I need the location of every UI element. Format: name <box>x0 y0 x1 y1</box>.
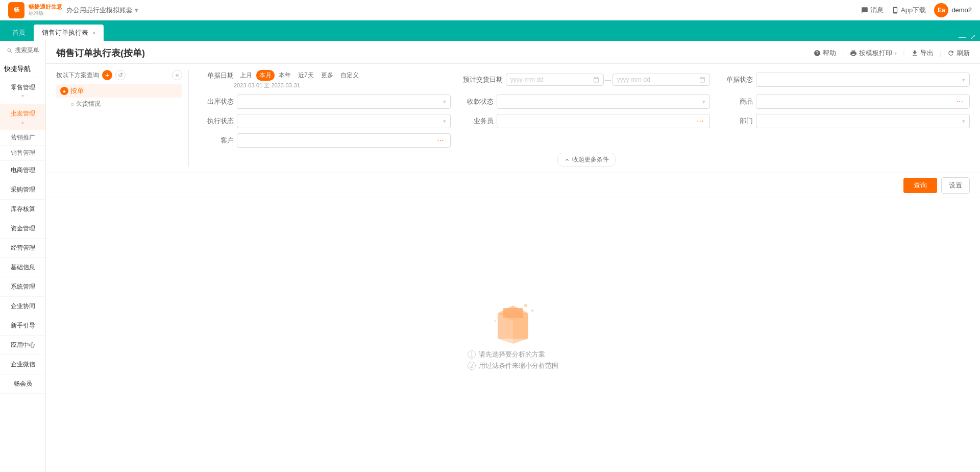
filter-area: 按以下方案查询 + ↺ « ● 按单 ○ 欠货情况 <box>46 64 980 173</box>
calendar-icon <box>593 77 599 83</box>
top-bar-left: 畅 畅捷通好生意 标准版 办公用品行业模拟账套 ▾ <box>8 2 138 18</box>
tab-home[interactable]: 首页 <box>4 25 34 41</box>
sidebar-quick-nav[interactable]: 快捷导航 <box>0 60 45 78</box>
salesman-dots-button[interactable]: ··· <box>695 116 705 126</box>
chevron-up-icon: ▴ <box>21 119 24 125</box>
app-download-button[interactable]: App下载 <box>892 6 926 15</box>
sidebar-item-member[interactable]: 畅会员 <box>0 374 45 394</box>
scheme-icon: ● <box>60 87 68 95</box>
scheme-sub-shortage[interactable]: ○ 欠货情况 <box>56 98 182 110</box>
export-icon <box>911 50 918 57</box>
filter-collapse-area: 收起更多条件 <box>203 153 970 167</box>
breadcrumb-arrow[interactable]: ▾ <box>135 6 138 14</box>
print-button[interactable]: 按模板打印 ▾ <box>850 49 897 58</box>
sidebar-item-wechat[interactable]: 企业微信 <box>0 355 45 374</box>
goods-dots-button[interactable]: ··· <box>954 97 965 106</box>
customer-input[interactable]: ··· <box>237 133 451 148</box>
sidebar-item-wholesale[interactable]: 批发管理 ▴ <box>0 104 45 130</box>
user-area[interactable]: Ea demo2 <box>934 3 972 17</box>
filter-right: 单据日期 上月 本月 本年 近7天 更多 自定义 <box>203 70 970 167</box>
tab-controls: — ⤢ <box>959 33 976 41</box>
customer-dots-button[interactable]: ··· <box>435 136 446 145</box>
sidebar-item-guide[interactable]: 新手引导 <box>0 316 45 336</box>
sidebar-item-basic-info[interactable]: 基础信息 <box>0 258 45 277</box>
order-status-select[interactable]: ▾ <box>756 73 970 87</box>
date-tab-more[interactable]: 更多 <box>318 70 336 81</box>
order-status-chevron-icon: ▾ <box>962 77 965 83</box>
sidebar-item-purchase[interactable]: 采购管理 <box>0 180 45 200</box>
date-tab-last-month[interactable]: 上月 <box>237 70 255 81</box>
page-header: 销售订单执行表(按单) 帮助 | 按模板打印 ▾ | 导出 | <box>46 41 980 64</box>
circle-icon: ○ <box>70 101 74 108</box>
date-tab-custom[interactable]: 自定义 <box>337 70 362 81</box>
export-button[interactable]: 导出 <box>911 49 934 58</box>
filter-order-status: 单据状态 ▾ <box>722 70 970 89</box>
app-name: 畅捷通好生意 <box>29 4 62 10</box>
predict-date-start-input[interactable]: yyyy-mm-dd <box>506 74 604 86</box>
date-tab-this-year[interactable]: 本年 <box>276 70 294 81</box>
collect-status-chevron-icon: ▾ <box>702 99 705 105</box>
help-button[interactable]: 帮助 <box>814 49 836 58</box>
breadcrumb-text: 办公用品行业模拟账套 <box>66 6 133 15</box>
salesman-input[interactable]: ··· <box>497 114 710 128</box>
empty-state: 1 请先选择要分析的方案 2 用过滤条件来缩小分析范围 <box>46 198 980 472</box>
logo: 畅 <box>8 2 24 18</box>
filter-goods: 商品 ··· <box>722 95 970 109</box>
scheme-panel: 按以下方案查询 + ↺ « ● 按单 ○ 欠货情况 <box>56 70 189 167</box>
filter-date: 单据日期 上月 本月 本年 近7天 更多 自定义 <box>203 70 451 89</box>
date-tab-this-month[interactable]: 本月 <box>256 70 275 81</box>
tab-sales-order[interactable]: 销售订单执行表 × <box>34 25 104 41</box>
date-tab-7days[interactable]: 近7天 <box>295 70 317 81</box>
sidebar-item-operations[interactable]: 经营管理 <box>0 239 45 258</box>
breadcrumb: 办公用品行业模拟账套 ▾ <box>66 6 138 15</box>
sidebar-item-ecommerce[interactable]: 电商管理 <box>0 161 45 180</box>
filter-customer: 客户 ··· <box>203 133 451 148</box>
collect-status-label: 收款状态 <box>463 97 494 106</box>
sidebar-item-finance[interactable]: 资金管理 <box>0 219 45 239</box>
message-icon <box>861 7 868 14</box>
sidebar-item-enterprise[interactable]: 企业协同 <box>0 297 45 316</box>
search-icon <box>7 48 13 54</box>
scheme-item-order[interactable]: ● 按单 <box>56 84 182 98</box>
empty-illustration <box>487 298 538 344</box>
empty-text: 1 请先选择要分析的方案 2 用过滤条件来缩小分析范围 <box>468 350 558 372</box>
predict-date-label: 预计交货日期 <box>463 75 503 84</box>
tab-bar: 首页 销售订单执行表 × — ⤢ <box>0 20 980 41</box>
sidebar-item-apps[interactable]: 应用中心 <box>0 336 45 355</box>
empty-hint-2: 2 用过滤条件来缩小分析范围 <box>468 361 558 370</box>
sidebar-item-system[interactable]: 系统管理 <box>0 277 45 297</box>
collect-status-select[interactable]: ▾ <box>497 95 710 109</box>
date-range-text: 2023-03-01 至 2023-03-31 <box>234 82 300 89</box>
add-scheme-button[interactable]: + <box>102 70 112 80</box>
dept-select[interactable]: ▾ <box>756 114 970 128</box>
settings-button[interactable]: 设置 <box>941 177 970 194</box>
filter-exec-status: 执行状态 ▾ <box>203 114 451 128</box>
filter-ship-status: 出库状态 ▾ <box>203 95 451 109</box>
collapse-scheme-button[interactable]: « <box>172 70 182 80</box>
calendar-end-icon <box>699 77 705 83</box>
sidebar-item-retail[interactable]: 零售管理 ▾ <box>0 78 45 104</box>
tab-close-button[interactable]: × <box>92 30 95 36</box>
tab-minimize-button[interactable]: — <box>959 33 966 41</box>
username-label: demo2 <box>951 6 972 14</box>
predict-date-end-input[interactable]: yyyy-mm-dd <box>612 74 710 86</box>
sidebar: 搜索菜单 快捷导航 零售管理 ▾ 批发管理 ▴ 营销推广 销售管理 电商管理 采… <box>0 41 46 472</box>
sidebar-search[interactable]: 搜索菜单 <box>0 41 45 60</box>
exec-status-select[interactable]: ▾ <box>237 114 451 128</box>
goods-input[interactable]: ··· <box>756 95 970 109</box>
refresh-scheme-button[interactable]: ↺ <box>115 70 126 80</box>
top-bar-right: 消息 App下载 Ea demo2 <box>861 3 972 17</box>
sidebar-item-inventory[interactable]: 库存核算 <box>0 200 45 219</box>
print-arrow-icon: ▾ <box>894 51 897 56</box>
query-button[interactable]: 查询 <box>903 178 937 193</box>
sidebar-sub-sales[interactable]: 销售管理 <box>0 146 45 161</box>
sidebar-sub-marketing[interactable]: 营销推广 <box>0 130 45 146</box>
ship-status-select[interactable]: ▾ <box>237 95 451 109</box>
collapse-more-button[interactable]: 收起更多条件 <box>557 153 616 167</box>
refresh-button[interactable]: 刷新 <box>947 49 970 58</box>
exec-chevron-icon: ▾ <box>443 118 446 125</box>
svg-point-5 <box>524 304 527 307</box>
chevron-down-icon: ▾ <box>21 93 24 99</box>
message-button[interactable]: 消息 <box>861 6 884 15</box>
tab-expand-button[interactable]: ⤢ <box>970 33 976 41</box>
